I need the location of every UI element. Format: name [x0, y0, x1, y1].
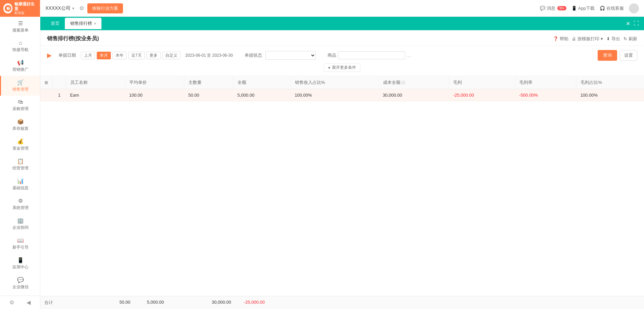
- goods-input[interactable]: [338, 51, 405, 59]
- export-icon: ⬇: [606, 36, 610, 41]
- logo-sub-text: 标准版: [14, 11, 37, 15]
- sidebar-item-guide[interactable]: 📖 新手引导: [0, 234, 40, 254]
- row-sales-pct: 100.00%: [291, 89, 379, 101]
- template-print-label: 按模板打印: [577, 36, 599, 42]
- status-filter-label: 单据状态: [245, 52, 262, 58]
- sidebar-item-inventory[interactable]: 📦 库存核算: [0, 115, 40, 135]
- topbar-settings-icon[interactable]: ⚙: [79, 5, 84, 11]
- col-header-gross: 毛利: [449, 76, 515, 89]
- row-name: Eam: [66, 89, 125, 101]
- sidebar-item-label: 销售管理: [12, 87, 29, 92]
- tab-home-label: 首页: [51, 20, 59, 27]
- sidebar-item-system[interactable]: ⚙ 系统管理: [0, 194, 40, 214]
- expand-more-label: 展开更多条件: [332, 65, 356, 70]
- company-name: XXXXX公司: [45, 5, 71, 11]
- topbar: XXXXX公司 ▾ ⚙ 体验行业方案 💬 消息 99+ 📱 App下载 🎧 在线…: [40, 0, 644, 17]
- filter-row-1: ▶ 单据日期 上月 本月 本年 近7天 更多 自定义 2023-06-01 至 …: [47, 50, 637, 61]
- search-menu-icon: ☰: [18, 20, 23, 27]
- row-settings: [40, 89, 53, 101]
- tabbar-right: ✕ ⛶: [626, 20, 639, 27]
- inventory-icon: 📦: [17, 118, 24, 125]
- sidebar-item-label: 采购管理: [12, 106, 29, 112]
- message-badge: 99+: [557, 6, 566, 10]
- tab-sales-ranking[interactable]: 销售排行榜 ×: [65, 18, 101, 29]
- sidebar-item-label: 库存核算: [12, 126, 29, 132]
- sidebar-item-operation[interactable]: 📋 经营管理: [0, 155, 40, 174]
- sidebar-item-shortcut[interactable]: ⌂ 快捷导航: [0, 37, 40, 56]
- online-service-item[interactable]: 🎧 在线客服: [600, 5, 624, 11]
- company-selector[interactable]: XXXXX公司 ▾: [45, 5, 74, 11]
- goods-more-icon[interactable]: …: [407, 53, 411, 58]
- tab-home[interactable]: 首页: [45, 18, 65, 29]
- date-btn-7days[interactable]: 近7天: [128, 52, 145, 59]
- date-range-display: 2023-06-01 至 2023-06-30: [185, 53, 233, 58]
- date-btn-last-month[interactable]: 上月: [81, 52, 95, 59]
- col-header-rank: [53, 76, 66, 89]
- finance-icon: 💰: [17, 138, 24, 145]
- sidebar-item-appcenter[interactable]: 📱 应用中心: [0, 254, 40, 273]
- sidebar-collapse-icon[interactable]: ◀: [27, 299, 31, 306]
- row-gross: -25,000.00: [449, 89, 515, 101]
- export-button[interactable]: ⬇ 导出: [606, 36, 620, 42]
- sidebar-item-wechat[interactable]: 💬 企业微信: [0, 273, 40, 293]
- sidebar-item-label: 搜索菜单: [12, 28, 29, 33]
- app-download-item[interactable]: 📱 App下载: [571, 5, 595, 11]
- template-print-button[interactable]: 🖨 按模板打印 ▾: [572, 36, 603, 42]
- filter-expand-icon[interactable]: ▶: [47, 52, 52, 59]
- system-icon: ⚙: [18, 198, 23, 204]
- refresh-button[interactable]: ↻ 刷新: [624, 36, 637, 42]
- sidebar-item-sales[interactable]: 🛒 销售管理: [0, 76, 40, 96]
- table-wrapper: ⚙ 员工名称 平均单价 主数量 全额 销售收入占比% 成本全额 ⓘ 毛利 毛利率…: [40, 76, 644, 296]
- footer-spacer-pct: [171, 300, 198, 306]
- sidebar-item-purchase[interactable]: 🛍 采购管理: [0, 96, 40, 115]
- date-btn-this-month[interactable]: 本月: [97, 52, 111, 59]
- tab-maximize-icon[interactable]: ⛶: [634, 20, 639, 27]
- sidebar-item-member[interactable]: V 畅会员: [0, 293, 40, 296]
- logo-text: 畅康通好生意 标准版: [14, 2, 37, 15]
- sidebar-item-label: 经营管理: [12, 165, 29, 171]
- sidebar-item-enterprise[interactable]: 🏢 企业协同: [0, 214, 40, 234]
- status-select[interactable]: [265, 51, 316, 60]
- enterprise-icon: 🏢: [17, 217, 24, 224]
- logo-main-text: 畅康通好生意: [14, 2, 37, 11]
- logo-icon: 畅: [3, 3, 12, 13]
- query-button[interactable]: 查询: [598, 50, 617, 61]
- sidebar-item-marketing[interactable]: 📢 营销推广: [0, 56, 40, 76]
- filter-action-buttons: 查询 设置: [598, 50, 637, 61]
- trial-button[interactable]: 体验行业方案: [87, 3, 123, 13]
- online-service-label: 在线客服: [606, 5, 624, 11]
- date-btn-more[interactable]: 更多: [146, 52, 161, 59]
- sidebar-item-search[interactable]: ☰ 搜索菜单: [0, 17, 40, 37]
- sidebar-item-label: 企业协同: [12, 225, 29, 230]
- settings-button[interactable]: 设置: [620, 50, 637, 61]
- status-select-wrapper: [265, 51, 316, 60]
- company-dropdown-icon: ▾: [72, 6, 74, 11]
- footer-cost: 30,000.00: [204, 300, 231, 306]
- row-qty: 50.00: [184, 89, 233, 101]
- sidebar-settings-icon[interactable]: ⚙: [9, 299, 14, 306]
- sidebar-item-label: 新手引导: [12, 245, 29, 250]
- sidebar-item-finance[interactable]: 💰 资金管理: [0, 135, 40, 155]
- purchase-icon: 🛍: [18, 99, 23, 105]
- expand-more-button[interactable]: ▾ 展开更多条件: [324, 63, 360, 72]
- page-actions: ❓ 帮助 🖨 按模板打印 ▾ ⬇ 导出 ↻ 刷新: [553, 36, 637, 42]
- filter-area: ▶ 单据日期 上月 本月 本年 近7天 更多 自定义 2023-06-01 至 …: [40, 46, 644, 76]
- help-button[interactable]: ❓ 帮助: [553, 36, 568, 42]
- message-item[interactable]: 💬 消息 99+: [540, 5, 566, 11]
- tab-close-icon[interactable]: ×: [94, 21, 96, 25]
- col-header-amount: 全额: [233, 76, 291, 89]
- date-btn-this-year[interactable]: 本年: [113, 52, 127, 59]
- sidebar: 畅 畅康通好生意 标准版 ☰ 搜索菜单 ⌂ 快捷导航 📢 营销推广 🛒 销售管理…: [0, 0, 40, 309]
- svg-text:畅: 畅: [6, 6, 10, 10]
- date-btn-custom[interactable]: 自定义: [162, 52, 180, 59]
- row-rank: 1: [53, 89, 66, 101]
- user-avatar[interactable]: [629, 3, 639, 13]
- date-buttons-group: 上月 本月 本年 近7天 更多 自定义: [81, 52, 180, 59]
- footer-gross: -25,000.00: [238, 300, 265, 306]
- sidebar-item-label: 资金管理: [12, 146, 29, 151]
- sidebar-item-basic[interactable]: 📊 基础信息: [0, 174, 40, 194]
- sidebar-logo: 畅 畅康通好生意 标准版: [0, 0, 40, 17]
- tab-window-close-icon[interactable]: ✕: [626, 20, 630, 27]
- message-label: 消息: [547, 5, 555, 11]
- col-header-qty: 主数量: [184, 76, 233, 89]
